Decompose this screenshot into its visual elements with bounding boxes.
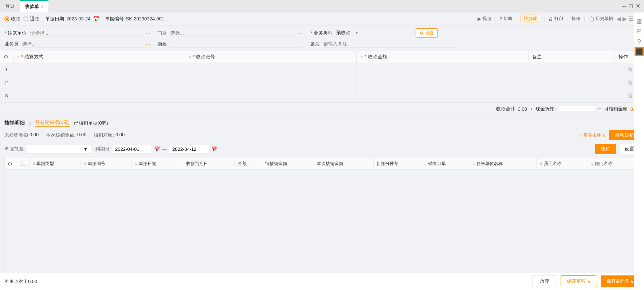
radio-refund[interactable]: 退款 — [23, 16, 39, 22]
due-date-end[interactable] — [169, 145, 209, 154]
discount-input[interactable] — [559, 106, 595, 112]
sidebar-expand-icon[interactable]: ⬛ — [635, 47, 644, 56]
store-input[interactable] — [169, 30, 297, 37]
diff-val: 0.00 — [115, 132, 125, 138]
partner-more-btn[interactable]: ··· — [146, 30, 150, 36]
tab-home[interactable]: 首页 — [0, 0, 20, 12]
col-settings[interactable]: ⚙ — [0, 51, 13, 63]
radio-receipt[interactable]: 收款 — [4, 16, 20, 22]
vcol-amount: 金额 — [235, 158, 262, 170]
current-val: 0.00 — [77, 132, 86, 138]
vcol-order: 销售订单 — [425, 158, 469, 170]
diff-label: 核销差额: — [94, 132, 114, 138]
store-more-btn[interactable]: ··· — [299, 30, 303, 36]
calendar-start-icon[interactable]: 📅 — [154, 146, 160, 152]
help-label: 帮助 — [503, 16, 512, 22]
partner-input[interactable] — [29, 30, 144, 37]
history-icon: 📋 — [589, 16, 594, 21]
radio-receipt-dot — [4, 16, 9, 21]
page-wrapper: 收款 退款 单据日期 2023-03-24 📅 单据编号 SK-20230324… — [0, 12, 644, 290]
tab-bar-right: ─ □ ✕ — [622, 3, 644, 9]
tab-bar: 首页 收款单 × ─ □ ✕ — [0, 0, 644, 12]
row-1-settlement[interactable] — [13, 63, 185, 76]
window-close-icon[interactable]: ✕ — [636, 3, 640, 9]
video-btn[interactable]: ▶ 视频 — [478, 16, 491, 22]
settings-btn[interactable]: ⚙ 设置 — [416, 28, 438, 38]
calendar-icon[interactable]: 📅 — [93, 16, 99, 22]
history-label: 历史单据 — [596, 16, 613, 22]
tab-close-icon[interactable]: × — [41, 4, 43, 9]
list-icon[interactable]: ☰ — [628, 15, 633, 22]
biz-type-select[interactable]: 预收款 ▼ — [335, 29, 413, 37]
bottom-info: 本单上次 ℹ 0.00 — [4, 278, 37, 285]
last-bill-label: 本单上次 — [4, 278, 23, 285]
more-conditions-btn[interactable]: ▽ 更多条件 ∧ — [579, 132, 605, 138]
video-label: 视频 — [482, 16, 491, 22]
row-2-remark[interactable] — [528, 76, 614, 89]
summary-input[interactable] — [169, 40, 303, 48]
print-btn[interactable]: 🖨 打印 — [549, 16, 563, 22]
range-select[interactable]: ▼ — [25, 145, 91, 154]
save-new-arrow[interactable]: ∧ — [630, 279, 634, 284]
prev-icon[interactable]: ◀ — [617, 15, 621, 22]
tab-home-label: 首页 — [5, 3, 15, 9]
row-2-amount[interactable] — [357, 76, 528, 89]
staff-input[interactable] — [21, 40, 144, 48]
store-field: 门店 ··· — [157, 30, 303, 37]
due-date-start[interactable] — [112, 145, 152, 154]
query-btn[interactable]: 查询 — [595, 144, 616, 154]
staff-more-btn[interactable]: ··· — [146, 41, 150, 47]
table-gear-icon[interactable]: ⚙ — [4, 54, 8, 60]
remark-label: 备注 — [310, 41, 320, 47]
verify-info-icon[interactable]: ℹ — [29, 121, 31, 126]
history-btn[interactable]: 📋 历史单据 — [589, 16, 613, 22]
num-label: 单据编号 — [105, 16, 124, 22]
row-1-remark[interactable] — [528, 63, 614, 76]
row-3-remark[interactable] — [528, 89, 614, 102]
row-2-settlement[interactable] — [13, 76, 185, 89]
range-select-arrow: ▼ — [83, 146, 88, 152]
window-minimize-icon[interactable]: ─ — [622, 3, 626, 9]
sidebar-doc-icon[interactable]: ⊟ — [635, 26, 644, 36]
row-3-amount[interactable] — [357, 89, 528, 102]
check-all-box[interactable] — [21, 161, 26, 166]
ops-label: 操作 — [572, 16, 580, 22]
save-draft-btn[interactable]: 保存草稿 ∧ — [561, 275, 597, 287]
biz-type-value: 预收款 — [335, 29, 352, 37]
verify-tab-done[interactable]: 已核销单据(0笔) — [74, 120, 108, 126]
row-3-account[interactable] — [185, 89, 356, 102]
last-bill-info-icon[interactable]: ℹ — [25, 279, 27, 284]
sidebar-link-icon[interactable]: ⚲ — [635, 36, 644, 46]
row-3-delete-btn[interactable]: 🗑 — [628, 93, 633, 98]
verify-tab-pending[interactable]: 待核销单据(0笔) — [35, 119, 70, 127]
net-label: 可核销金额 — [604, 106, 628, 112]
abandon-btn[interactable]: 放弃 — [532, 275, 557, 287]
tab-receipt[interactable]: 收款单 × — [20, 0, 48, 12]
remark-input[interactable] — [322, 40, 456, 48]
save-draft-arrow[interactable]: ∧ — [587, 279, 591, 284]
row-2-delete-btn[interactable]: 🗑 — [628, 79, 633, 85]
unchecked-val: 0.00 — [30, 132, 39, 138]
sidebar-table-icon[interactable]: ▦ — [635, 16, 644, 26]
calendar-end-icon[interactable]: 📅 — [211, 146, 217, 152]
staff-label: 业务员 — [4, 41, 19, 47]
radio-refund-label: 退款 — [30, 16, 39, 22]
vcol-check[interactable] — [18, 158, 29, 170]
ops-btn[interactable]: 操作 — [572, 16, 580, 22]
vcol-date: ⇅ 单据日期 — [132, 158, 183, 170]
num-value: SK-20230324-001 — [126, 16, 165, 21]
row-1-account[interactable] — [185, 63, 356, 76]
video-icon: ▶ — [478, 16, 481, 21]
shortcut-btn[interactable]: 快捷键 — [521, 15, 540, 23]
biz-type-arrow: ▼ — [353, 30, 360, 36]
vtable-gear-icon[interactable]: ⚙ — [8, 161, 12, 167]
row-3-settlement[interactable] — [13, 89, 185, 102]
row-1-delete-btn[interactable]: 🗑 — [628, 66, 633, 72]
vcol-gear[interactable]: ⚙ — [5, 158, 18, 170]
window-restore-icon[interactable]: □ — [629, 3, 633, 9]
row-2-account[interactable] — [185, 76, 356, 89]
help-btn[interactable]: ? 帮助 — [499, 16, 512, 22]
row-1-amount[interactable] — [357, 63, 528, 76]
next-icon[interactable]: ▶ — [623, 15, 627, 22]
range-field: 单据范围 ▼ — [4, 145, 91, 154]
